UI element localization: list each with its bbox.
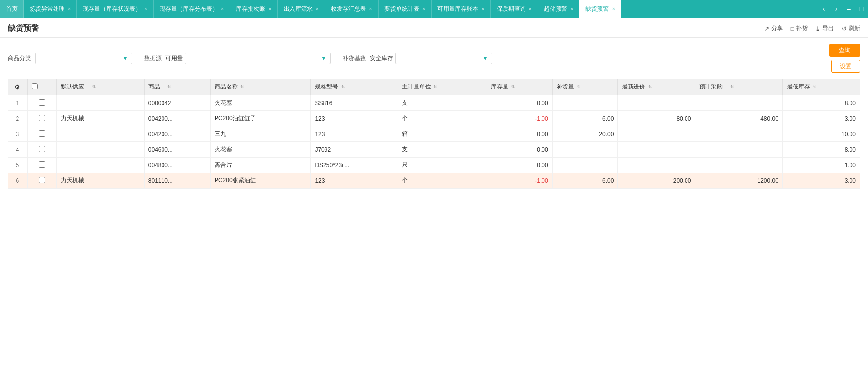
col-min-stock-sort[interactable]: ⇅ — [813, 84, 816, 89]
row-spec: 123 — [311, 111, 398, 126]
row-min-stock: 3.00 — [782, 111, 860, 126]
query-button[interactable]: 查询 — [829, 44, 860, 57]
col-latest-price-sort[interactable]: ⇅ — [648, 84, 652, 89]
row-est-purchase: 480.00 — [695, 111, 782, 126]
tab-abnormal-close[interactable]: × — [68, 6, 71, 12]
tab-shortage[interactable]: 缺货预警 × — [579, 0, 621, 18]
row-index: 3 — [8, 126, 27, 142]
col-spec-sort[interactable]: ⇅ — [341, 84, 345, 89]
tab-next-button[interactable]: › — [830, 0, 843, 18]
select-all-checkbox[interactable] — [32, 83, 38, 89]
row-checkbox-cell[interactable] — [27, 126, 57, 142]
row-replenish-qty: 6.00 — [552, 173, 618, 189]
col-unit: 主计量单位 ⇅ — [398, 79, 487, 95]
table-row[interactable]: 1 0000042 火花塞 SS816 支 0.00 8.00 — [8, 95, 860, 111]
datasource-select[interactable]: ▼ — [185, 53, 331, 64]
tab-receipt-summary[interactable]: 收发存汇总表 × — [325, 0, 378, 18]
row-checkbox-cell[interactable] — [27, 173, 57, 189]
row-default-supplier: 力天机械 — [57, 173, 144, 189]
col-product-code-sort[interactable]: ⇅ — [167, 84, 171, 89]
share-icon: ↗ — [764, 25, 769, 32]
col-est-purchase-sort[interactable]: ⇅ — [730, 84, 734, 89]
tab-minimize-button[interactable]: – — [843, 0, 855, 18]
tab-inout-flow-close[interactable]: × — [316, 6, 319, 12]
page-header: 缺货预警 ↗ 分享 □ 补货 ⤓ 导出 ↺ 刷新 — [0, 18, 868, 38]
tab-overstock-label: 超储预警 — [544, 5, 567, 13]
tab-home[interactable]: 首页 — [0, 0, 24, 18]
col-default-supplier: 默认供应... ⇅ — [57, 79, 144, 95]
tab-shortage-close[interactable]: × — [612, 6, 615, 12]
row-checkbox-cell[interactable] — [27, 95, 57, 111]
refresh-button[interactable]: ↺ 刷新 — [842, 24, 860, 33]
tab-batch-account-close[interactable]: × — [268, 6, 271, 12]
row-checkbox-cell[interactable] — [27, 111, 57, 126]
tab-maximize-button[interactable]: □ — [855, 0, 868, 18]
table-row[interactable]: 4 004600... 火花塞 J7092 支 0.00 8.00 — [8, 142, 860, 158]
row-checkbox[interactable] — [39, 99, 45, 106]
row-latest-price — [618, 95, 695, 111]
row-default-supplier — [57, 95, 144, 111]
col-unit-sort[interactable]: ⇅ — [434, 84, 437, 89]
col-stock-sort[interactable]: ⇅ — [511, 84, 515, 89]
row-default-supplier — [57, 158, 144, 173]
table-row[interactable]: 6 力天机械 801110... PC200张紧油缸 123 个 -1.00 6… — [8, 173, 860, 189]
tab-expiry-query[interactable]: 保质期查询 × — [491, 0, 538, 18]
row-checkbox[interactable] — [39, 115, 45, 121]
row-unit: 个 — [398, 173, 487, 189]
replenish-basis-value: 安全库存 — [370, 54, 393, 63]
col-product-name-sort[interactable]: ⇅ — [240, 84, 244, 89]
tab-prev-button[interactable]: ‹ — [817, 0, 830, 18]
tab-inout-flow[interactable]: 出入库流水 × — [278, 0, 325, 18]
col-min-stock: 最低库存 ⇅ — [782, 79, 860, 95]
tab-batch-account[interactable]: 库存批次账 × — [230, 0, 277, 18]
row-product-name: 火花塞 — [210, 142, 311, 158]
tab-available-ledger-close[interactable]: × — [481, 6, 484, 12]
row-checkbox-cell[interactable] — [27, 142, 57, 158]
share-button[interactable]: ↗ 分享 — [764, 24, 783, 33]
col-settings[interactable]: ⚙ — [8, 79, 27, 95]
export-button[interactable]: ⤓ 导出 — [815, 24, 834, 33]
table-row[interactable]: 2 力天机械 004200... PC200油缸缸子 123 个 -1.00 6… — [8, 111, 860, 126]
col-spec: 规格型号 ⇅ — [311, 79, 398, 95]
refresh-label: 刷新 — [849, 24, 860, 33]
row-product-code: 801110... — [144, 173, 210, 189]
replenish-basis-select[interactable]: ▼ — [395, 53, 492, 64]
row-checkbox[interactable] — [39, 146, 45, 152]
col-replenish-qty: 补货量 ⇅ — [552, 79, 618, 95]
row-checkbox[interactable] — [39, 177, 45, 183]
row-checkbox-cell[interactable] — [27, 158, 57, 173]
row-product-name: 火花塞 — [210, 95, 311, 111]
category-select[interactable]: ▼ — [35, 53, 132, 64]
tab-inventory-status[interactable]: 现存量（库存状况表） × — [77, 0, 153, 18]
tab-expiry-query-close[interactable]: × — [529, 6, 532, 12]
replenish-label: 补货 — [796, 24, 808, 33]
tab-overstock-close[interactable]: × — [570, 6, 573, 12]
tab-overstock[interactable]: 超储预警 × — [538, 0, 579, 18]
row-checkbox[interactable] — [39, 130, 45, 137]
row-min-stock: 1.00 — [782, 158, 860, 173]
row-latest-price: 80.00 — [618, 111, 695, 126]
tab-demand-stats[interactable]: 要货单统计表 × — [379, 0, 432, 18]
tab-demand-stats-close[interactable]: × — [422, 6, 425, 12]
tab-receipt-summary-close[interactable]: × — [369, 6, 372, 12]
row-checkbox[interactable] — [39, 161, 45, 168]
settings-button[interactable]: 设置 — [831, 60, 860, 73]
table-row[interactable]: 5 004800... 离合片 DS250*23c... 只 0.00 1.00 — [8, 158, 860, 173]
replenish-button[interactable]: □ 补货 — [791, 24, 808, 33]
row-index: 5 — [8, 158, 27, 173]
row-default-supplier: 力天机械 — [57, 111, 144, 126]
replenish-basis-arrow-icon: ▼ — [482, 55, 488, 62]
tab-inventory-status-label: 现存量（库存状况表） — [83, 5, 141, 13]
tab-inventory-dist-close[interactable]: × — [221, 6, 224, 12]
col-replenish-qty-sort[interactable]: ⇅ — [577, 84, 580, 89]
tab-inventory-status-close[interactable]: × — [144, 6, 147, 12]
row-spec: 123 — [311, 126, 398, 142]
tab-abnormal[interactable]: 炼货异常处理 × — [24, 0, 77, 18]
col-checkbox[interactable] — [27, 79, 57, 95]
replenish-basis-filter-group: 补货基数 安全库存 ▼ — [343, 53, 492, 64]
table-row[interactable]: 3 004200... 三九 123 箱 0.00 20.00 10.00 — [8, 126, 860, 142]
col-default-supplier-sort[interactable]: ⇅ — [92, 84, 96, 89]
tab-inventory-dist[interactable]: 现存量（库存分布表） × — [154, 0, 230, 18]
row-stock: 0.00 — [487, 142, 552, 158]
tab-available-ledger[interactable]: 可用量库存账本 × — [432, 0, 490, 18]
